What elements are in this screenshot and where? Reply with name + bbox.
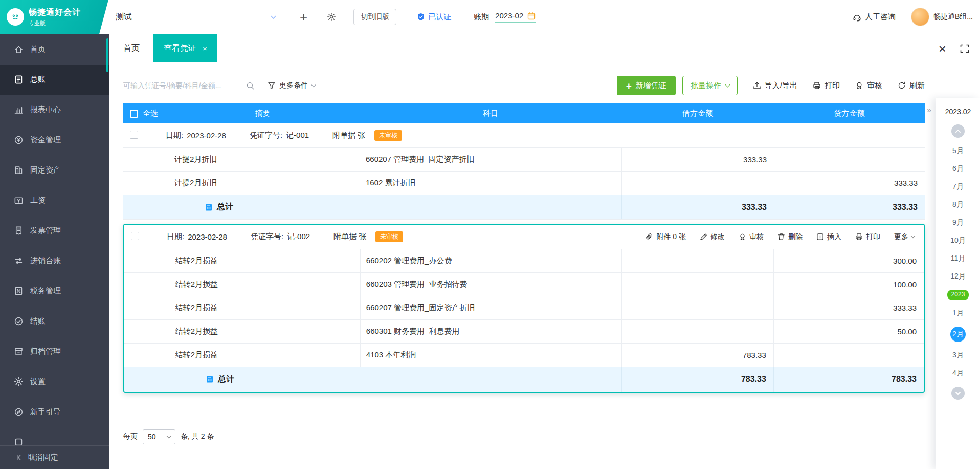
voucher-row[interactable]: 计提2月折旧 1602 累计折旧 333.33	[123, 172, 925, 195]
voucher-row[interactable]: 结转2月损益 4103 本年利润 783.33	[124, 344, 924, 367]
fullscreen-icon[interactable]	[960, 44, 970, 54]
sidebar-item-settings[interactable]: 设置	[0, 367, 109, 397]
month-item[interactable]: 4月	[952, 369, 964, 378]
month-item[interactable]: 3月	[952, 351, 964, 360]
sidebar-item-home[interactable]: 首页	[0, 34, 109, 65]
toolbar: 更多条件 + 新增凭证 批量操作 导入/导出 打印 审核	[123, 76, 925, 95]
sidebar-item-fixed-assets[interactable]: 固定资产	[0, 155, 109, 185]
month-item[interactable]: 6月	[952, 164, 964, 174]
voucher-row[interactable]: 计提2月折旧 660207 管理费用_固定资产折旧 333.33	[123, 148, 925, 172]
edit-button[interactable]: 修改	[700, 232, 725, 242]
tab-view-voucher[interactable]: 查看凭证 ×	[153, 34, 217, 62]
print-button[interactable]: 打印	[813, 81, 840, 91]
period-value-group[interactable]: 2023-02	[495, 11, 536, 23]
account-name[interactable]: 畅捷通B组...	[933, 12, 973, 22]
row-subject: 4103 本年利润	[360, 344, 621, 367]
support-button[interactable]: 人工咨询	[853, 12, 896, 22]
row-summary: 结转2月损益	[167, 320, 360, 343]
voucher-1-header[interactable]: 日期:2023-02-28 凭证字号:记-001 附单据 张 未审核	[123, 123, 925, 148]
voucher-row[interactable]: 结转2月损益 660207 管理费用_固定资产折旧 333.33	[124, 296, 924, 320]
total-label: 总计	[217, 202, 233, 212]
voucher-group-2-selected: 日期:2023-02-28 凭证字号:记-002 附单据 张 未审核 附件 0 …	[123, 224, 925, 393]
row-credit: 333.33	[773, 296, 924, 319]
sidebar-item-archive[interactable]: 归档管理	[0, 336, 109, 367]
add-icon[interactable]: +	[300, 10, 307, 24]
sidebar-item-beginner-guide[interactable]: 新手引导	[0, 397, 109, 427]
month-item[interactable]: 10月	[950, 236, 966, 245]
attachment-button[interactable]: 附件 0 张	[645, 232, 686, 242]
batch-operations-button[interactable]: 批量操作	[682, 76, 738, 95]
row-credit: 300.00	[773, 249, 924, 272]
sidebar-item-funds[interactable]: 资金管理	[0, 125, 109, 155]
audit-button[interactable]: 审核	[855, 81, 882, 91]
voucher-date: 2023-02-28	[188, 232, 227, 241]
row-debit: 333.33	[621, 148, 774, 171]
voucher-row[interactable]: 结转2月损益 660301 财务费用_利息费用 50.00	[124, 320, 924, 344]
select-all-checkbox[interactable]	[130, 110, 138, 118]
certified-badge[interactable]: 已认证	[417, 12, 451, 22]
row-debit	[621, 273, 773, 296]
delete-button[interactable]: 删除	[777, 232, 803, 242]
row-subject: 660301 财务费用_利息费用	[360, 320, 621, 343]
month-item[interactable]: 12月	[950, 272, 966, 281]
voucher-2-header[interactable]: 日期:2023-02-28 凭证字号:记-002 附单据 张 未审核 附件 0 …	[124, 225, 924, 249]
scroll-down-button[interactable]	[951, 387, 965, 400]
sidebar-item-closing[interactable]: 结账	[0, 306, 109, 336]
gear-icon[interactable]	[327, 12, 336, 22]
voucher-number: 记-002	[287, 232, 310, 242]
audit-button[interactable]: 审核	[739, 232, 764, 242]
ledger-icon	[14, 75, 24, 84]
search-icon[interactable]	[246, 81, 255, 90]
refresh-button[interactable]: 刷新	[898, 81, 925, 91]
unpin-button[interactable]: 取消固定	[0, 445, 109, 469]
insert-icon	[816, 233, 824, 241]
avatar[interactable]	[911, 8, 929, 26]
month-item[interactable]: 7月	[952, 182, 964, 191]
per-page-select[interactable]: 50	[143, 429, 175, 444]
sidebar-item-tax[interactable]: 税务管理	[0, 276, 109, 306]
print-button[interactable]: 打印	[855, 232, 880, 242]
month-item[interactable]: 11月	[951, 254, 966, 263]
more-filters-button[interactable]: 更多条件	[268, 81, 315, 90]
audit-seal-icon	[739, 233, 746, 241]
sidebar-scrollbar[interactable]	[106, 38, 108, 72]
switch-old-version-button[interactable]: 切到旧版	[353, 9, 396, 25]
brand-name: 畅捷通好会计	[29, 7, 81, 18]
tab-close-icon[interactable]: ×	[203, 45, 207, 52]
voucher-row[interactable]: 结转2月损益 660203 管理费用_业务招待费 100.00	[124, 273, 924, 296]
table-header: 全选 摘要 科目 借方金额 贷方金额	[123, 103, 925, 123]
month-item-active[interactable]: 2月	[950, 327, 966, 342]
import-export-button[interactable]: 导入/导出	[753, 81, 797, 91]
tab-home[interactable]: 首页	[109, 34, 153, 62]
insert-button[interactable]: 插入	[816, 232, 841, 242]
month-panel-title: 2023.02	[945, 108, 971, 116]
workspace-select[interactable]: 测试	[116, 12, 275, 23]
month-item[interactable]: 5月	[952, 146, 964, 156]
audit-seal-icon	[855, 81, 863, 90]
month-item[interactable]: 8月	[952, 200, 964, 209]
per-page-value: 50	[148, 433, 156, 441]
more-button[interactable]: 更多	[894, 232, 915, 242]
month-item[interactable]: 9月	[952, 218, 964, 227]
scroll-up-button[interactable]	[951, 124, 965, 138]
row-debit	[621, 296, 773, 319]
voucher-row[interactable]: 结转2月损益 660202 管理费用_办公费 300.00	[124, 249, 924, 273]
voucher-actions: 附件 0 张 修改 审核 删除	[645, 232, 924, 242]
panel-expand-icon[interactable]: »	[927, 105, 931, 115]
sidebar-item-invoices[interactable]: 发票管理	[0, 216, 109, 246]
voucher-2-checkbox[interactable]	[131, 232, 139, 240]
search-input[interactable]	[123, 81, 242, 90]
sidebar-item-payroll[interactable]: 工资	[0, 185, 109, 216]
voucher-1-checkbox[interactable]	[130, 131, 138, 139]
total-credit: 783.33	[773, 367, 924, 392]
add-voucher-button[interactable]: + 新增凭证	[617, 76, 676, 95]
home-icon	[14, 45, 24, 54]
total-doc-icon	[206, 375, 214, 383]
row-debit	[621, 172, 774, 195]
close-icon[interactable]: ×	[939, 42, 946, 55]
sidebar-item-report-center[interactable]: 报表中心	[0, 95, 109, 125]
month-item[interactable]: 1月	[952, 309, 964, 318]
sidebar-item-purchase-sale-ledger[interactable]: 进销台账	[0, 246, 109, 276]
total-debit: 783.33	[621, 367, 773, 392]
sidebar-item-general-ledger[interactable]: 总账	[0, 65, 109, 95]
